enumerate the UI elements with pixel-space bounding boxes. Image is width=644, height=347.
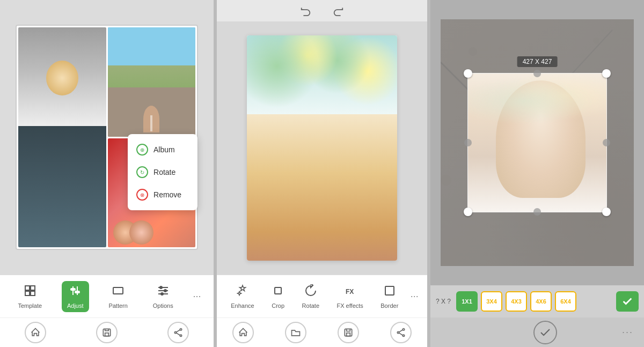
crop-area: 427 X 427 [430,0,644,285]
options-label: Options [153,302,173,309]
adjust-label: Adjust [67,302,84,309]
collage-cell-road[interactable] [108,27,196,137]
face-area [247,114,397,261]
aspect-1x1[interactable]: 1X1 [456,291,478,312]
svg-rect-14 [105,333,109,336]
redo-button[interactable] [330,3,346,19]
bottom-nav-panel1 [0,318,214,347]
svg-line-28 [399,330,403,332]
album-icon: ⊕ [136,144,148,156]
share-button[interactable] [167,322,189,343]
fx-icon: FX [343,284,356,300]
pattern-icon [112,284,125,300]
enhance-icon [236,284,249,300]
pattern-label: Pattern [108,302,127,309]
toolbar-panel1: Template Adjust Pattern [0,275,214,318]
album-label: Album [153,145,175,154]
panel-center: Enhance Crop Rotate FX F [217,0,427,347]
undo-button[interactable] [298,3,314,19]
crop-handle-left[interactable] [464,139,472,146]
confirm-crop-button[interactable] [616,291,639,312]
svg-rect-1 [31,286,35,290]
toolbar-crop[interactable]: Crop [266,281,290,312]
aspect-4x3[interactable]: 4X3 [506,291,527,312]
crop-handle-bottom[interactable] [533,208,541,216]
fx-label: FX effects [336,302,363,309]
aspect-4x6[interactable]: 4X6 [530,291,552,312]
share-button-p2[interactable] [390,322,412,343]
rotate-label: Rotate [153,168,175,176]
toolbar-more[interactable]: ··· [193,291,201,302]
toolbar-border[interactable]: Border [375,281,404,312]
crop-handle-bl[interactable] [464,208,472,216]
bottom-nav-panel3: ··· [430,318,644,347]
photo-preview-frame [247,35,397,261]
aspect-1x1-label: 1X1 [462,298,472,305]
svg-rect-3 [31,291,35,296]
toolbar-rotate[interactable]: Rotate [297,281,325,312]
svg-text:FX: FX [346,288,354,296]
toolbar-adjust[interactable]: Adjust [62,281,89,312]
svg-rect-5 [75,291,79,293]
svg-rect-4 [71,289,75,290]
toolbar-template[interactable]: Template [12,281,47,312]
check-button[interactable] [533,321,557,344]
svg-line-18 [176,330,180,332]
aspect-current-label: ? X ? [436,298,451,305]
context-menu: ⊕ Album ↻ Rotate ⊗ Remove [128,134,197,210]
svg-point-17 [180,335,181,336]
context-menu-rotate[interactable]: ↻ Rotate [128,161,197,183]
border-label: Border [380,302,398,309]
crop-handle-right[interactable] [603,139,610,146]
crop-handle-tl[interactable] [464,69,472,78]
toolbar-fx[interactable]: FX FX effects [331,281,368,312]
home-button-p2[interactable] [232,322,254,343]
aspect-6x4[interactable]: 6X4 [555,291,576,312]
rotate-icon [304,284,317,300]
svg-rect-22 [385,286,394,295]
toolbar-enhance[interactable]: Enhance [225,281,259,312]
panel-left: ⊕ Album ↻ Rotate ⊗ Remove Template [0,0,214,347]
more-button-p3[interactable]: ··· [622,327,633,338]
crop-selection-box[interactable]: 427 X 427 [467,73,607,212]
top-bar-panel2 [217,0,427,21]
aspect-3x4-label: 3X4 [486,298,497,305]
enhance-label: Enhance [231,302,254,309]
toolbar-pattern[interactable]: Pattern [103,281,133,312]
svg-rect-6 [113,287,123,294]
adjust-icon [69,284,82,300]
collage-cell-boy[interactable] [18,27,106,247]
context-menu-album[interactable]: ⊕ Album [128,138,197,161]
context-menu-remove[interactable]: ⊗ Remove [128,183,197,206]
border-icon [383,284,396,300]
save-button-p2[interactable] [338,322,359,343]
svg-point-26 [397,331,399,333]
svg-point-12 [161,293,163,295]
save-button[interactable] [96,322,118,343]
svg-rect-24 [347,333,350,336]
svg-rect-0 [25,286,30,290]
home-button[interactable] [25,322,46,343]
crop-handle-tr[interactable] [602,69,611,78]
svg-point-10 [160,286,162,289]
crop-icon [272,284,284,300]
crop-handle-top[interactable] [533,70,541,77]
panel-right: 427 X 427 ? X ? 1X1 3X4 4X3 [430,0,644,347]
svg-point-11 [164,290,166,292]
remove-label: Remove [153,190,181,199]
aspect-3x4[interactable]: 3X4 [481,291,502,312]
collage-area: ⊕ Album ↻ Rotate ⊗ Remove [0,0,214,275]
folder-button-p2[interactable] [285,322,306,343]
aspect-toolbar: ? X ? 1X1 3X4 4X3 4X6 6X4 [430,285,644,318]
options-icon [157,284,170,300]
crop-photo-bg: 427 X 427 [441,19,634,266]
toolbar-panel2: Enhance Crop Rotate FX F [217,275,427,318]
photo-preview-area [217,21,427,275]
aspect-4x3-label: 4X3 [511,298,522,305]
crop-handle-br[interactable] [602,208,611,216]
toolbar-more-p2[interactable]: ··· [411,291,419,302]
rotate-icon: ↻ [136,166,148,178]
svg-rect-2 [25,291,30,296]
svg-point-15 [180,329,181,330]
toolbar-options[interactable]: Options [148,281,179,312]
